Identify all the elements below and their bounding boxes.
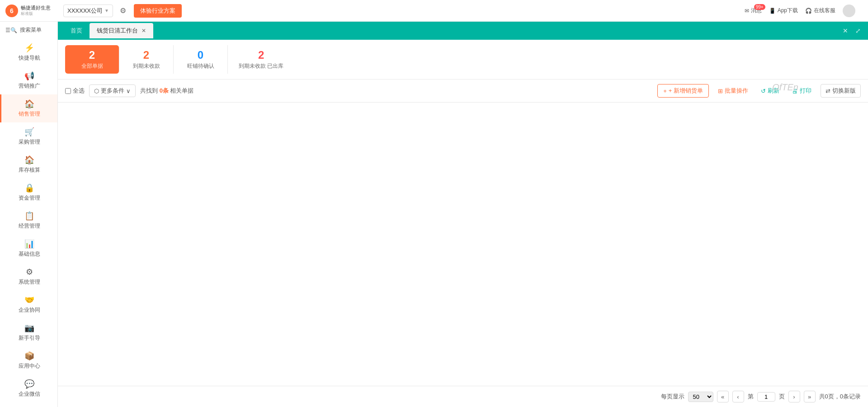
sidebar-item-purchase[interactable]: 🛒 采购管理 <box>0 122 57 150</box>
select-all-input[interactable] <box>65 88 71 94</box>
system-icon: ⚙ <box>26 267 33 277</box>
sidebar-item-operations[interactable]: 📋 经营管理 <box>0 206 57 234</box>
message-button[interactable]: ✉ 消息 99+ <box>745 7 762 14</box>
per-page-label: 每页显示 <box>661 393 684 401</box>
guide-icon: 📷 <box>24 323 34 333</box>
logo-text: 畅捷通好生意 <box>21 5 51 11</box>
top-header: 6 畅捷通好生意 标准版 XXXXXX公司 ▼ ⚙ 体验行业方案 ✉ 消息 99… <box>0 0 868 22</box>
filter-label: 更多条件 <box>101 87 124 95</box>
service-icon: 🎧 <box>805 8 812 14</box>
online-service-label: 在线客服 <box>814 7 835 14</box>
add-sales-order-button[interactable]: + + 新增销货单 <box>657 84 709 98</box>
stats-row: 2 全部单据 2 到期未收款 0 旺铺待确认 2 到期未收款 已出库 <box>58 40 868 80</box>
sidebar-item-finance[interactable]: 🔒 资金管理 <box>0 178 57 206</box>
tab-bar: 首页 钱货日清工作台 ✕ ✕ ⤢ <box>58 22 868 40</box>
sidebar-item-inventory[interactable]: 🏠 库存核算 <box>0 150 57 178</box>
prev-page-button[interactable]: ‹ <box>732 391 744 402</box>
tab-cashflow-label: 钱货日清工作台 <box>97 27 138 34</box>
select-all-checkbox[interactable]: 全选 <box>65 87 85 95</box>
online-service-button[interactable]: 🎧 在线客服 <box>805 7 835 14</box>
sidebar-item-cooperation[interactable]: 🤝 企业协同 <box>0 290 57 318</box>
sidebar-label-purchase: 采购管理 <box>19 138 40 146</box>
sidebar-item-app-center[interactable]: 📦 应用中心 <box>0 346 57 374</box>
batch-icon: ⊞ <box>718 88 723 94</box>
gear-icon: ⚙ <box>120 6 126 15</box>
add-icon: + <box>663 88 667 94</box>
avatar[interactable] <box>843 5 855 17</box>
refresh-button[interactable]: ↺ 刷新 <box>757 84 783 97</box>
next-page-button[interactable]: › <box>788 391 800 402</box>
company-selector[interactable]: XXXXXX公司 ▼ <box>63 5 113 17</box>
found-text: 共找到 0条 相关单据 <box>140 87 193 95</box>
sidebar-item-system[interactable]: ⚙ 系统管理 <box>0 262 57 290</box>
message-badge: 99+ <box>754 4 765 10</box>
per-page-select[interactable]: 50 100 200 <box>688 392 713 402</box>
settings-button[interactable]: ⚙ <box>117 5 129 17</box>
operations-icon: 📋 <box>24 211 34 221</box>
next-page-icon: › <box>793 393 795 400</box>
sidebar-item-marketing[interactable]: 📢 营销推广 <box>0 66 57 94</box>
sidebar-label-system: 系统管理 <box>19 278 40 286</box>
toolbar-right: + + 新增销货单 ⊞ 批量操作 ↺ 刷新 🖨 打印 <box>657 84 861 98</box>
content-area: 2 全部单据 2 到期未收款 0 旺铺待确认 2 到期未收款 已出库 <box>58 40 868 407</box>
sidebar-label-app-center: 应用中心 <box>19 362 40 370</box>
message-icon: ✉ <box>745 8 749 14</box>
stat-card-all[interactable]: 2 全部单据 <box>65 45 119 74</box>
sidebar-item-quick-nav[interactable]: ⚡ 快捷导航 <box>0 38 57 66</box>
sidebar-label-operations: 经营管理 <box>19 222 40 230</box>
sidebar-item-sales[interactable]: 🏠 销售管理 <box>0 94 57 122</box>
total-records: 共0页，0条记录 <box>819 393 861 401</box>
cooperation-icon: 🤝 <box>24 295 34 305</box>
stat-card-wangpu[interactable]: 0 旺铺待确认 <box>174 45 228 74</box>
stat-label-overdue: 到期未收款 <box>133 62 160 70</box>
header-right: ✉ 消息 99+ 📱 App下载 🎧 在线客服 <box>745 5 863 17</box>
sidebar: ☰🔍 搜索菜单 ⚡ 快捷导航 📢 营销推广 🏠 销售管理 🛒 采购管理 🏠 库存… <box>0 22 58 407</box>
stat-number-shipped: 2 <box>258 49 264 61</box>
page-label: 第 <box>748 393 754 401</box>
sales-icon: 🏠 <box>24 99 34 109</box>
trial-button[interactable]: 体验行业方案 <box>134 4 182 18</box>
main-content: 首页 钱货日清工作台 ✕ ✕ ⤢ 2 全部单据 2 到期未收款 <box>58 22 868 407</box>
sidebar-item-guide[interactable]: 📷 新手引导 <box>0 318 57 346</box>
batch-operation-button[interactable]: ⊞ 批量操作 <box>714 84 752 97</box>
sidebar-label-cooperation: 企业协同 <box>19 306 40 314</box>
sidebar-item-wechat[interactable]: 💬 企业微信 <box>0 374 57 402</box>
search-menu-button[interactable]: ☰🔍 搜索菜单 <box>0 22 57 38</box>
filter-icon: ⬡ <box>94 88 99 94</box>
app-layout: ☰🔍 搜索菜单 ⚡ 快捷导航 📢 营销推广 🏠 销售管理 🛒 采购管理 🏠 库存… <box>0 22 868 407</box>
tab-bar-actions: ✕ ⤢ <box>841 26 863 35</box>
print-button[interactable]: 🖨 打印 <box>788 84 815 97</box>
finance-icon: 🔒 <box>24 183 34 193</box>
app-download-button[interactable]: 📱 App下载 <box>769 7 798 14</box>
sidebar-label-wechat: 企业微信 <box>19 390 40 398</box>
print-icon: 🖨 <box>792 88 798 94</box>
stat-card-overdue[interactable]: 2 到期未收款 <box>119 45 174 74</box>
sidebar-label-guide: 新手引导 <box>19 334 40 342</box>
filter-button[interactable]: ⬡ 更多条件 ∨ <box>89 84 136 97</box>
tab-close-button[interactable]: ✕ <box>841 26 850 35</box>
last-page-button[interactable]: » <box>804 391 816 402</box>
switch-icon: ⇄ <box>826 88 830 94</box>
quick-nav-icon: ⚡ <box>24 43 34 53</box>
stat-label-all: 全部单据 <box>81 62 103 70</box>
tab-close-icon[interactable]: ✕ <box>142 28 146 34</box>
chevron-down-icon: ▼ <box>104 8 109 13</box>
sidebar-item-basic-info[interactable]: 📊 基础信息 <box>0 234 57 262</box>
switch-version-button[interactable]: ⇄ 切换新版 <box>821 84 861 98</box>
stat-card-shipped[interactable]: 2 到期未收款 已出库 <box>228 45 294 74</box>
tab-expand-button[interactable]: ⤢ <box>854 26 863 35</box>
tab-home[interactable]: 首页 <box>63 23 90 38</box>
first-page-button[interactable]: « <box>717 391 729 402</box>
sidebar-item-member[interactable]: V 畅会员 <box>0 402 57 407</box>
search-icon: ☰🔍 <box>5 27 17 33</box>
tab-cashflow[interactable]: 钱货日清工作台 ✕ <box>90 23 153 38</box>
search-menu-label: 搜索菜单 <box>20 26 42 34</box>
stat-number-overdue: 2 <box>143 49 149 61</box>
page-number-input[interactable] <box>757 392 775 402</box>
app-download-label: App下载 <box>778 7 798 14</box>
tab-home-label: 首页 <box>71 27 82 34</box>
inventory-icon: 🏠 <box>24 155 34 165</box>
refresh-icon: ↺ <box>761 88 766 94</box>
basic-info-icon: 📊 <box>24 239 34 249</box>
logo-sub: 标准版 <box>21 11 51 17</box>
